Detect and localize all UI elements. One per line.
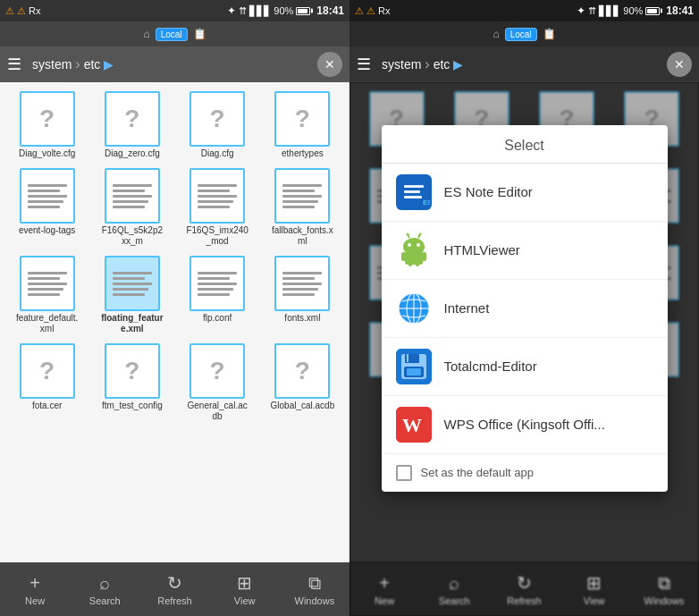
file-name: ftm_test_config [102,401,163,411]
svg-rect-3 [404,196,422,198]
file-name: Global_cal.acdb [271,401,335,411]
svg-point-7 [417,243,420,247]
file-grid-left: ? Diag_volte.cfg ? Diag_zero.cfg ? Diag.… [0,82,350,562]
file-icon-unknown: ? [105,91,160,147]
file-name: fonts.xml [284,313,320,324]
breadcrumb-left: system › etc ▶ [32,56,314,72]
svg-rect-9 [401,252,406,261]
windows-icon: ⧉ [308,573,321,594]
list-item[interactable]: ? General_cal.acdb [178,342,257,424]
list-item[interactable]: fonts.xml [263,254,342,336]
dialog-app-htmlviewer[interactable]: HTMLViewer [382,222,668,280]
svg-rect-27 [407,368,421,376]
file-name: fota.cer [32,401,62,411]
nav-label-refresh: Refresh [157,595,192,606]
bottom-nav-left: + New ⌕ Search ↻ Refresh ⊞ View ⧉ Window… [0,562,350,616]
svg-rect-10 [422,252,426,261]
list-item[interactable]: flp.conf [178,254,257,336]
es-note-editor-label: ES Note Editor [444,184,533,199]
es-note-editor-icon: ES [396,174,432,210]
file-name: event-log-tags [19,225,75,236]
refresh-icon: ↻ [167,572,182,594]
toolbar-left: ☰ system › etc ▶ ✕ [0,46,350,82]
breadcrumb-current-left[interactable]: etc [84,57,101,72]
bluetooth-icon: ✦ [227,4,236,17]
totalcmd-icon [396,349,432,384]
nav-item-refresh[interactable]: ↻ Refresh [147,572,201,606]
nav-label-new: New [25,595,45,606]
status-icons-left: ⚠ ⚠ Rx [5,5,40,17]
list-item[interactable]: F16QS_imx240_mod [178,166,257,249]
svg-text:ES: ES [423,198,430,207]
hamburger-menu-left[interactable]: ☰ [7,55,21,74]
svg-rect-11 [408,261,412,266]
search-icon: ⌕ [99,573,110,594]
list-item[interactable]: ? Diag_zero.cfg [92,89,172,161]
svg-point-6 [408,243,411,247]
totalcmd-label: Totalcmd-Editor [444,359,537,374]
file-icon-doc [274,256,330,311]
file-name: General_cal.acdb [185,401,249,422]
file-icon-doc [189,168,245,224]
file-icon-unknown: ? [189,91,245,147]
internet-icon [396,291,432,326]
list-item[interactable]: ? Diag_volte.cfg [7,89,87,161]
dialog-app-es-note-editor[interactable]: ES ES Note Editor [382,164,668,222]
breadcrumb-arrow-left: › [75,56,80,72]
list-item[interactable]: event-log-tags [7,166,87,249]
list-item[interactable]: ? Diag.cfg [178,89,257,161]
file-icon-unknown: ? [274,91,330,147]
dialog-app-wps[interactable]: W WPS Office (Kingsoft Offi... [382,396,668,454]
svg-rect-25 [407,354,408,362]
file-name: fallback_fonts.xml [270,225,334,247]
view-icon: ⊞ [237,572,252,594]
svg-rect-8 [405,252,423,265]
file-icon-unknown: ? [20,91,75,147]
wps-label: WPS Office (Kingsoft Offi... [444,417,605,432]
file-icon-doc [105,168,160,224]
file-name: flp.conf [203,313,232,324]
list-item[interactable]: ? fota.cer [7,342,87,424]
list-item[interactable]: feature_default.xml [7,254,87,336]
left-panel: ⚠ ⚠ Rx ✦ ⇈ ▋▋▋ 90% 18:41 ⌂ Local 📋 ☰ sys… [0,0,350,616]
list-item[interactable]: ? ftm_test_config [92,342,172,424]
list-item[interactable]: ? Global_cal.acdb [263,342,342,424]
file-icon-unknown: ? [105,343,160,399]
file-name: Diag_zero.cfg [105,148,160,159]
select-dialog: Select ES ES Note Editor [382,125,668,492]
htmlviewer-icon [396,232,432,268]
nav-item-windows[interactable]: ⧉ Windows [288,573,341,606]
nav-item-search[interactable]: ⌕ Search [78,573,131,606]
nav-item-new[interactable]: + New [8,573,62,606]
nav-label-windows: Windows [295,595,335,606]
list-item[interactable]: floating_feature.xml [92,254,172,336]
dialog-overlay: Select ES ES Note Editor [350,0,699,616]
nav-label-view: View [234,595,256,606]
address-bar-left: ⌂ Local 📋 [0,21,350,46]
nav-item-view[interactable]: ⊞ View [218,572,272,606]
file-name: F16QL_s5k2p2xx_m [100,225,164,247]
dialog-app-internet[interactable]: Internet [382,280,668,338]
battery-percent: 90% [274,5,293,16]
list-item[interactable]: ? ethertypes [263,89,342,161]
file-icon-doc [20,256,75,311]
list-item[interactable]: F16QL_s5k2p2xx_m [92,166,172,249]
warning-icon: ⚠ [5,5,14,17]
default-app-checkbox[interactable] [396,465,412,481]
status-bar-left: ⚠ ⚠ Rx ✦ ⇈ ▋▋▋ 90% 18:41 [0,0,350,21]
signal-bars-icon: ▋▋▋ [249,5,271,17]
file-icon-unknown: ? [20,343,75,399]
file-icon-doc [274,168,330,224]
local-badge-left: Local [156,28,188,41]
breadcrumb-root-left[interactable]: system [32,57,72,72]
svg-rect-12 [416,261,419,266]
list-item[interactable]: fallback_fonts.xml [263,166,342,249]
close-button-left[interactable]: ✕ [317,52,342,77]
svg-point-14 [406,232,408,235]
dialog-app-totalcmd[interactable]: Totalcmd-Editor [382,338,668,396]
dialog-title: Select [382,125,668,164]
svg-text:W: W [402,414,422,436]
default-app-label: Set as the default app [421,466,534,479]
copy-icon: 📋 [193,28,206,40]
svg-point-16 [418,232,421,235]
